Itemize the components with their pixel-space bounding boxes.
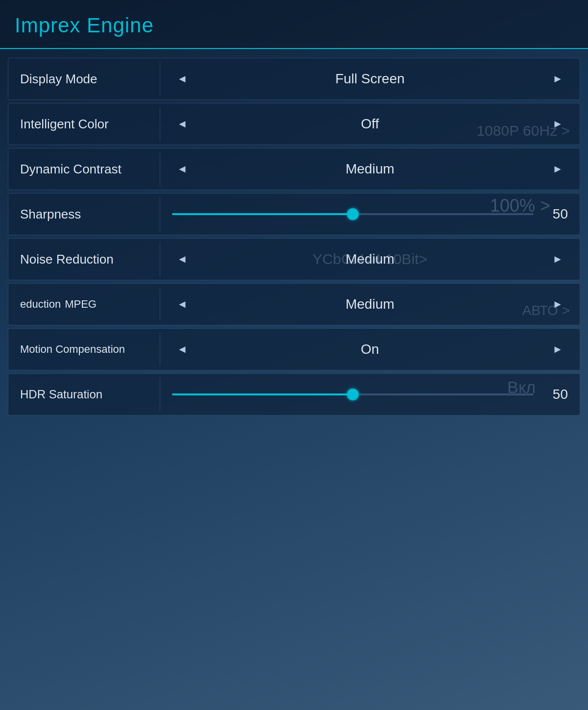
mpeg-label-mpeg: MPEG xyxy=(65,298,97,311)
dynamic-contrast-label: Dynamic Contrast xyxy=(8,152,160,187)
mpeg-reduction-label-partial: eduction MPEG xyxy=(8,288,160,320)
display-mode-arrow-left[interactable]: ◄ xyxy=(172,71,193,87)
hdr-saturation-row: HDR Saturation 50 Вкл xyxy=(8,373,580,416)
dynamic-contrast-row: Dynamic Contrast ◄ Medium ► xyxy=(8,148,580,190)
mpeg-reduction-row: eduction MPEG ◄ Medium ► АВТО > xyxy=(8,283,580,325)
dynamic-contrast-control: ◄ Medium ► xyxy=(160,153,580,185)
page-title: Imprex Engine xyxy=(15,14,573,37)
motion-compensation-arrow-right[interactable]: ► xyxy=(547,341,568,358)
sharpness-thumb[interactable] xyxy=(347,208,359,220)
settings-container: Display Mode ◄ Full Screen ► Intelligent… xyxy=(0,49,588,424)
dynamic-contrast-arrow-left[interactable]: ◄ xyxy=(172,161,193,177)
intelligent-color-value: Off xyxy=(202,116,538,132)
noise-reduction-arrow-left[interactable]: ◄ xyxy=(172,251,193,268)
motion-compensation-control: ◄ On ► xyxy=(160,333,580,366)
header: Imprex Engine xyxy=(0,0,588,49)
mpeg-reduction-control: ◄ Medium ► АВТО > xyxy=(160,288,580,320)
sharpness-slider-container: 50 xyxy=(160,198,580,230)
display-mode-arrow-right[interactable]: ► xyxy=(547,71,568,87)
noise-reduction-row: Noise Reduction ◄ Medium ► YCbCr444 10Bi… xyxy=(8,238,580,280)
motion-compensation-value: On xyxy=(202,342,538,357)
dynamic-contrast-value: Medium xyxy=(202,161,538,177)
intelligent-color-arrow-left[interactable]: ◄ xyxy=(172,116,193,132)
display-mode-row: Display Mode ◄ Full Screen ► xyxy=(8,58,580,100)
hdr-saturation-track[interactable] xyxy=(172,393,534,395)
hdr-saturation-slider-container: 50 xyxy=(160,379,580,410)
hdr-saturation-fill xyxy=(172,393,353,395)
intelligent-color-control: ◄ Off ► 1080P 60Hz > xyxy=(160,108,580,140)
display-mode-control: ◄ Full Screen ► xyxy=(160,63,580,95)
dynamic-contrast-arrow-right[interactable]: ► xyxy=(547,161,568,177)
motion-compensation-row: Motion Compensation ◄ On ► xyxy=(8,328,580,370)
noise-reduction-arrow-right[interactable]: ► xyxy=(547,251,568,268)
display-mode-label: Display Mode xyxy=(8,62,160,97)
sharpness-label: Sharpness xyxy=(8,197,160,232)
mpeg-reduction-arrow-right[interactable]: ► xyxy=(547,296,568,313)
noise-reduction-label: Noise Reduction xyxy=(8,242,160,277)
sharpness-fill xyxy=(172,213,353,215)
motion-compensation-label: Motion Compensation xyxy=(8,333,160,366)
sharpness-track[interactable] xyxy=(172,213,534,215)
motion-compensation-arrow-left[interactable]: ◄ xyxy=(172,341,193,358)
hdr-saturation-value: 50 xyxy=(543,387,568,402)
intelligent-color-label: Intelligent Color xyxy=(8,107,160,142)
sharpness-value: 50 xyxy=(543,206,568,222)
sharpness-row: Sharpness 50 100% > xyxy=(8,193,580,235)
intelligent-color-arrow-right[interactable]: ► xyxy=(547,116,568,132)
intelligent-color-row: Intelligent Color ◄ Off ► 1080P 60Hz > xyxy=(8,103,580,145)
hdr-saturation-thumb[interactable] xyxy=(347,389,359,400)
noise-reduction-value: Medium xyxy=(202,251,538,267)
hdr-saturation-label: HDR Saturation xyxy=(8,378,160,411)
mpeg-label-partial-text: eduction xyxy=(20,298,61,311)
noise-reduction-control: ◄ Medium ► YCbCr444 10Bit> xyxy=(160,243,580,275)
mpeg-reduction-arrow-left[interactable]: ◄ xyxy=(172,296,193,313)
display-mode-value: Full Screen xyxy=(202,71,538,87)
mpeg-reduction-value: Medium xyxy=(202,296,538,312)
